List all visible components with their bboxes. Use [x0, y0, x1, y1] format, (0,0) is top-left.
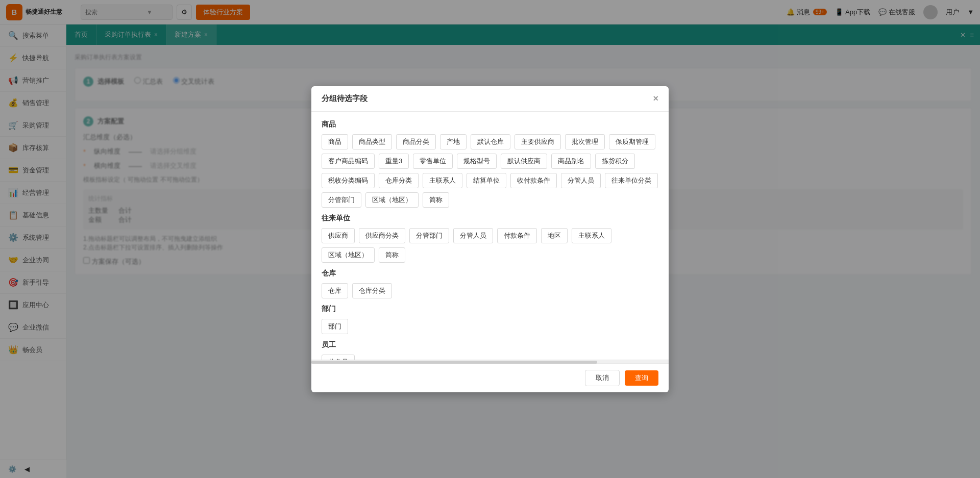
field-quality-period[interactable]: 保质期管理 [609, 134, 655, 149]
modal-overlay: 分组待选字段 × 商品 商品 商品类型 商品分类 产地 默认仓库 主要供应商 批… [0, 0, 980, 478]
field-weight3[interactable]: 重量3 [379, 154, 409, 169]
modal-body: 商品 商品 商品类型 商品分类 产地 默认仓库 主要供应商 批次管理 保质期管理… [311, 112, 669, 360]
field-warehouse[interactable]: 仓库 [322, 283, 348, 298]
section-title-staff: 员工 [322, 340, 658, 349]
modal-title: 分组待选字段 [322, 94, 368, 104]
field-area-partner[interactable]: 地区 [541, 228, 568, 243]
field-settlement-unit[interactable]: 结算单位 [467, 173, 506, 188]
field-retail-unit[interactable]: 零售单位 [413, 154, 453, 169]
field-dept[interactable]: 部门 [322, 319, 348, 334]
field-goods-type[interactable]: 商品类型 [352, 134, 392, 149]
section-title-warehouse: 仓库 [322, 269, 658, 278]
field-payment-terms[interactable]: 收付款条件 [510, 173, 557, 188]
field-supplier[interactable]: 供应商 [322, 228, 355, 243]
field-warehouse-cat[interactable]: 仓库分类 [352, 283, 392, 298]
field-pick-points[interactable]: 拣货积分 [595, 154, 635, 169]
modal-close-button[interactable]: × [653, 93, 658, 104]
section-title-goods: 商品 [322, 120, 658, 129]
field-payment-condition[interactable]: 付款条件 [497, 228, 537, 243]
field-grid-warehouse: 仓库 仓库分类 [322, 283, 658, 298]
modal-header: 分组待选字段 × [311, 86, 669, 112]
field-person-partner[interactable]: 分管人员 [453, 228, 493, 243]
field-goods[interactable]: 商品 [322, 134, 348, 149]
modal-footer: 取消 查询 [311, 363, 669, 392]
modal-horizontal-scrollbar[interactable] [311, 360, 669, 363]
field-grid-partner: 供应商 供应商分类 分管部门 分管人员 付款条件 地区 主联系人 区域（地区） … [322, 228, 658, 263]
field-supplier-category[interactable]: 供应商分类 [359, 228, 405, 243]
field-select-modal: 分组待选字段 × 商品 商品 商品类型 商品分类 产地 默认仓库 主要供应商 批… [311, 86, 669, 392]
field-dept-partner[interactable]: 分管部门 [409, 228, 449, 243]
field-goods-alias[interactable]: 商品别名 [551, 154, 591, 169]
field-manager[interactable]: 分管人员 [561, 173, 601, 188]
field-spec-model[interactable]: 规格型号 [457, 154, 497, 169]
field-main-contact[interactable]: 主联系人 [423, 173, 462, 188]
field-customer-goods-code[interactable]: 客户商品编码 [322, 154, 375, 169]
confirm-button[interactable]: 查询 [625, 370, 658, 386]
field-batch-management[interactable]: 批次管理 [565, 134, 605, 149]
field-main-contact-partner[interactable]: 主联系人 [572, 228, 611, 243]
field-default-warehouse[interactable]: 默认仓库 [471, 134, 510, 149]
field-origin[interactable]: 产地 [440, 134, 467, 149]
section-title-dept: 部门 [322, 305, 658, 314]
field-partner-category[interactable]: 往来单位分类 [605, 173, 658, 188]
field-managed-dept[interactable]: 分管部门 [322, 192, 361, 208]
field-grid-dept: 部门 [322, 319, 658, 334]
field-grid-staff: 业务员 [322, 355, 658, 360]
field-region-partner[interactable]: 区域（地区） [322, 247, 375, 263]
field-salesman[interactable]: 业务员 [322, 355, 355, 360]
section-title-partner: 往来单位 [322, 214, 658, 223]
modal-scroll-thumb [311, 361, 597, 364]
field-abbr-partner[interactable]: 简称 [379, 247, 405, 263]
field-warehouse-category[interactable]: 仓库分类 [379, 173, 419, 188]
field-grid-goods: 商品 商品类型 商品分类 产地 默认仓库 主要供应商 批次管理 保质期管理 客户… [322, 134, 658, 208]
field-region-goods[interactable]: 区域（地区） [365, 192, 419, 208]
cancel-button[interactable]: 取消 [585, 370, 620, 386]
field-abbr-goods[interactable]: 简称 [423, 192, 449, 208]
field-goods-category[interactable]: 商品分类 [396, 134, 436, 149]
field-tax-category-code[interactable]: 税收分类编码 [322, 173, 375, 188]
field-default-supplier[interactable]: 默认供应商 [501, 154, 547, 169]
field-main-supplier[interactable]: 主要供应商 [514, 134, 561, 149]
